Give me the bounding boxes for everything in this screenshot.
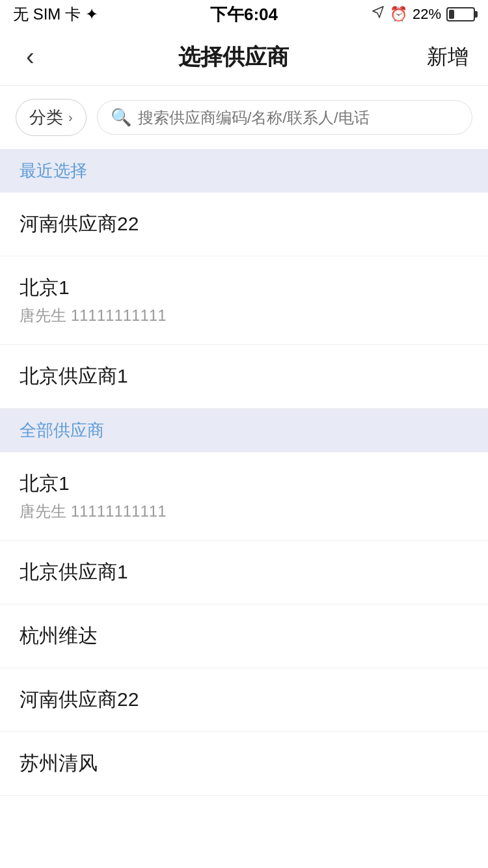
list-item[interactable]: 北京供应商1: [0, 345, 488, 409]
no-sim-text: 无 SIM 卡 ✦: [13, 4, 98, 25]
recent-list: 河南供应商22北京1唐先生 11111111111北京供应商1: [0, 193, 488, 409]
item-name: 苏州清风: [20, 750, 468, 777]
back-button[interactable]: ‹: [20, 36, 41, 77]
all-section-header: 全部供应商: [0, 409, 488, 452]
category-button[interactable]: 分类 ›: [16, 99, 87, 136]
page-title: 选择供应商: [178, 42, 289, 72]
battery-fill: [449, 10, 454, 19]
item-name: 杭州维达: [20, 623, 468, 649]
item-name: 北京1: [20, 275, 468, 301]
list-item[interactable]: 北京供应商1: [0, 541, 488, 604]
search-input[interactable]: [138, 109, 459, 127]
item-name: 北京供应商1: [20, 363, 468, 390]
battery-text: 22%: [413, 6, 441, 23]
location-icon: [372, 5, 385, 23]
chevron-right-icon: ›: [68, 110, 73, 125]
list-item[interactable]: 苏州清风: [0, 732, 488, 796]
list-item[interactable]: 杭州维达: [0, 604, 488, 668]
list-item[interactable]: 北京1唐先生 11111111111: [0, 452, 488, 541]
battery-indicator: [446, 7, 475, 21]
status-bar: 无 SIM 卡 ✦ 下午6:04 ⏰ 22%: [0, 0, 488, 29]
item-name: 河南供应商22: [20, 686, 468, 713]
list-item[interactable]: 河南供应商22: [0, 668, 488, 732]
add-button[interactable]: 新增: [427, 43, 468, 72]
list-item[interactable]: 北京1唐先生 11111111111: [0, 256, 488, 345]
battery-box: [446, 7, 475, 21]
status-right: ⏰ 22%: [372, 5, 475, 23]
item-name: 河南供应商22: [20, 211, 468, 237]
item-name: 北京1: [20, 470, 468, 497]
all-list: 北京1唐先生 11111111111北京供应商1杭州维达河南供应商22苏州清风: [0, 452, 488, 796]
item-sub: 唐先生 11111111111: [20, 305, 468, 326]
search-box[interactable]: 🔍: [97, 100, 472, 135]
recent-section-header: 最近选择: [0, 149, 488, 193]
recent-section-label: 最近选择: [20, 161, 87, 180]
list-item[interactable]: 河南供应商22: [0, 193, 488, 256]
category-label: 分类: [29, 106, 63, 129]
nav-bar: ‹ 选择供应商 新增: [0, 29, 488, 86]
alarm-icon: ⏰: [390, 6, 407, 23]
all-section-label: 全部供应商: [20, 420, 104, 440]
item-name: 北京供应商1: [20, 559, 468, 586]
item-sub: 唐先生 11111111111: [20, 501, 468, 522]
filter-bar: 分类 › 🔍: [0, 86, 488, 149]
status-left: 无 SIM 卡 ✦: [13, 4, 98, 25]
status-time: 下午6:04: [210, 3, 278, 26]
search-icon: 🔍: [111, 107, 131, 128]
